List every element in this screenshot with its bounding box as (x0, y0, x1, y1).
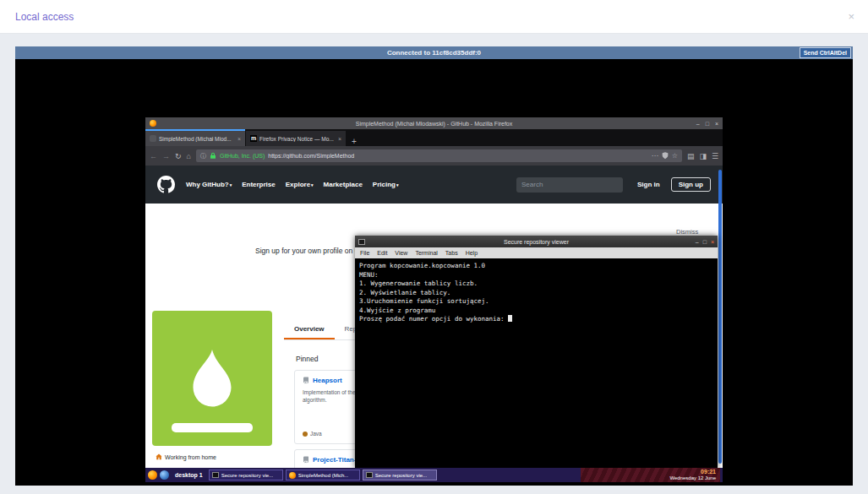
simplemethod-favicon (150, 135, 156, 142)
terminal-title: Secure repository viewer (355, 239, 718, 245)
minimize-icon[interactable]: – (696, 121, 700, 127)
new-tab-button[interactable]: + (346, 137, 363, 146)
lock-icon (210, 152, 216, 160)
dismiss-link[interactable]: Dismiss (676, 228, 698, 236)
remote-console: Connected to 11cf8cd35ddf:0 Send CtrlAlt… (15, 46, 853, 486)
desktop-pager-label[interactable]: desktop 1 (175, 472, 203, 478)
flame-logo-icon (182, 344, 243, 416)
page-actions-icon[interactable]: ⋯ (652, 152, 658, 160)
terminal-line: 1. Wygenerowanie tablicy liczb. (359, 280, 713, 289)
window-controls: – □ × (696, 117, 718, 129)
back-icon[interactable]: ← (150, 152, 157, 160)
sidebar-icon[interactable]: ◨ (699, 152, 707, 160)
menu-view[interactable]: View (395, 250, 407, 256)
mozilla-favicon: m (250, 135, 257, 142)
terminal-title-bar[interactable]: Secure repository viewer – □ × (355, 236, 718, 247)
profile-avatar[interactable] (152, 311, 272, 446)
pinned-heading: Pinned (296, 355, 318, 363)
page-scrollbar[interactable] (718, 170, 722, 464)
url-text[interactable]: https://github.com/SimpleMethod (268, 153, 647, 159)
app-launcher-icon[interactable] (160, 470, 169, 480)
close-icon[interactable]: × (711, 239, 714, 245)
taskbar-window-terminal-2[interactable]: Secure repository vie... (363, 470, 437, 480)
nav-enterprise[interactable]: Enterprise (242, 181, 276, 188)
firefox-icon (289, 472, 296, 479)
repo-link-heapsort[interactable]: Heapsort (313, 377, 342, 384)
close-icon[interactable]: × (848, 10, 854, 23)
menu-terminal[interactable]: Terminal (415, 250, 437, 256)
remote-desktop: SimpleMethod (Michał Mlodawski) - GitHub… (145, 59, 723, 486)
menu-edit[interactable]: Edit (377, 250, 387, 256)
url-bar[interactable]: ⓘ GitHub, Inc. (US) https://github.com/S… (196, 149, 682, 162)
menu-icon[interactable]: ☰ (712, 152, 718, 160)
taskbar-window-firefox[interactable]: SimpleMethod (Mich... (286, 470, 360, 480)
house-icon (156, 453, 162, 460)
taskbar: desktop 1 Secure repository vie... Simpl… (145, 468, 723, 482)
bookmark-star-icon[interactable]: ☆ (672, 152, 678, 160)
repo-icon (303, 377, 309, 384)
nav-why-github[interactable]: Why GitHub?▾ (186, 181, 232, 188)
maximize-icon[interactable]: □ (706, 121, 709, 127)
nav-marketplace[interactable]: Marketplace (324, 181, 363, 188)
taskbar-window-title: Secure repository vie... (375, 473, 427, 478)
sign-in-link[interactable]: Sign in (637, 181, 660, 188)
repo-link-project-titan[interactable]: Project-Titan- (313, 456, 356, 464)
menu-help[interactable]: Help (466, 250, 478, 256)
tab-close-icon[interactable]: × (237, 136, 241, 142)
forward-icon[interactable]: → (162, 152, 170, 160)
terminal-line: 4.Wyjście z programu (359, 307, 713, 316)
minimize-icon[interactable]: – (696, 239, 699, 245)
chevron-down-icon: ▾ (396, 182, 399, 187)
browser-toolbar: ← → ↻ ⌂ ⓘ GitHub, Inc. (US) https://gith… (145, 146, 723, 166)
terminal-line: 3.Uruchomienie funkcji sortującej. (359, 297, 713, 307)
window-controls: – □ × (696, 236, 714, 247)
firefox-title-bar[interactable]: SimpleMethod (Michał Mlodawski) - GitHub… (145, 117, 723, 129)
github-logo-icon[interactable] (157, 176, 175, 193)
tab-privacy-notice[interactable]: m Firefox Privacy Notice — Mo... × (246, 131, 346, 146)
site-identity-label[interactable]: GitHub, Inc. (US) (220, 153, 265, 159)
terminal-line: Proszę podać numer opcji do wykonania: (359, 315, 713, 324)
terminal-cursor (508, 315, 512, 322)
shield-icon[interactable] (662, 152, 669, 160)
send-ctrl-alt-del-button[interactable]: Send CtrlAltDel (800, 47, 851, 58)
taskbar-window-title: Secure repository vie... (221, 473, 273, 478)
tab-simplemethod[interactable]: SimpleMethod (Michał Mlod... × (145, 129, 245, 146)
maximize-icon[interactable]: □ (703, 239, 707, 245)
menu-tabs[interactable]: Tabs (445, 250, 458, 256)
signup-banner-text: Sign up for your own profile on GitH (255, 247, 369, 255)
close-icon[interactable]: × (715, 121, 718, 127)
clock-date: Wednesday 12 June (669, 475, 716, 481)
library-icon[interactable]: ▤ (687, 152, 695, 160)
chevron-down-icon: ▾ (230, 182, 232, 187)
terminal-icon (366, 472, 373, 478)
terminal-output[interactable]: Program kopcowanie.kopcowanie 1.0 MENU: … (355, 258, 718, 468)
firefox-window-title: SimpleMethod (Michał Mlodawski) - GitHub… (145, 121, 723, 127)
app-header: Local access × (0, 0, 868, 34)
nav-explore[interactable]: Explore▾ (286, 181, 314, 188)
tab-close-icon[interactable]: × (338, 136, 341, 142)
page-info-icon[interactable]: ⓘ (200, 152, 206, 160)
remote-screen[interactable]: SimpleMethod (Michał Mlodawski) - GitHub… (15, 59, 853, 486)
tab-label: SimpleMethod (Michał Mlod... (159, 136, 235, 142)
avatar-logo-bar (172, 423, 253, 432)
console-title-bar: Connected to 11cf8cd35ddf:0 Send CtrlAlt… (15, 46, 853, 59)
terminal-menu-bar: File Edit View Terminal Tabs Help (355, 247, 718, 258)
firefox-icon (150, 120, 156, 127)
profile-status-text: Working from home (165, 454, 216, 460)
tab-overview[interactable]: Overview (284, 321, 335, 339)
sign-up-button[interactable]: Sign up (671, 177, 711, 192)
nav-pricing[interactable]: Pricing▾ (373, 181, 399, 188)
terminal-icon (358, 239, 365, 245)
profile-status[interactable]: Working from home (156, 453, 216, 460)
home-icon[interactable]: ⌂ (187, 152, 191, 160)
reload-icon[interactable]: ↻ (175, 152, 182, 160)
tab-label: Firefox Privacy Notice — Mo... (259, 136, 336, 142)
taskbar-window-terminal-1[interactable]: Secure repository vie... (209, 470, 283, 480)
firefox-launcher-icon[interactable] (148, 470, 157, 480)
menu-file[interactable]: File (360, 250, 369, 256)
terminal-line: Program kopcowanie.kopcowanie 1.0 (359, 262, 713, 271)
connection-status: Connected to 11cf8cd35ddf:0 (15, 49, 853, 57)
terminal-line: 2. Wyświetlanie tablicy. (359, 289, 713, 298)
github-nav: Why GitHub?▾ Enterprise Explore▾ Marketp… (186, 181, 399, 188)
github-search-input[interactable] (516, 177, 623, 193)
